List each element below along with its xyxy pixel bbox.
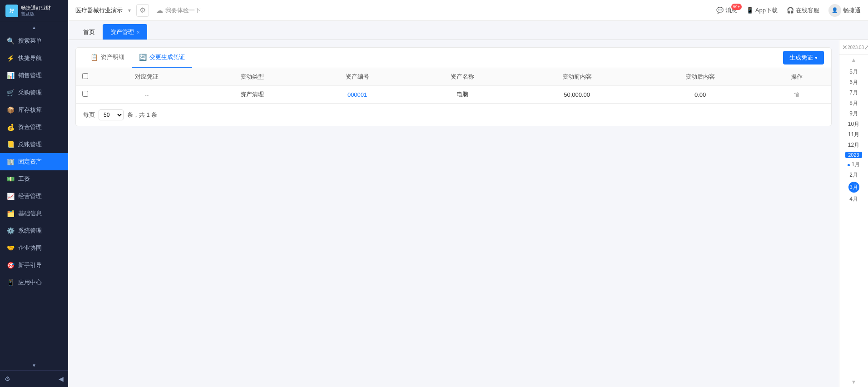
timeline-month-5月[interactable]: 5月 (839, 67, 868, 77)
timeline-month-8月[interactable]: 8月 (839, 98, 868, 109)
sidebar-item-search[interactable]: 🔍搜索菜单 (0, 32, 68, 50)
row-before-change: 50,000.00 (515, 86, 639, 104)
month-label: 7月 (849, 89, 858, 97)
sidebar-collapse-icon[interactable]: ◀ (59, 375, 64, 382)
sidebar-settings-icon[interactable]: ⚙ (5, 375, 10, 382)
timeline-date-label: 2023.03 (848, 45, 864, 50)
tab-asset-management[interactable]: 资产管理 × (103, 24, 147, 40)
sidebar-item-enterprise[interactable]: 🤝企业协同 (0, 239, 68, 257)
sidebar-label-ledger: 总账管理 (18, 140, 42, 149)
user-name: 畅捷通 (843, 6, 861, 15)
sub-tab-change-voucher[interactable]: 🔄 变更生成凭证 (132, 48, 192, 68)
row-asset-code: 000001 (305, 86, 410, 104)
timeline-month-3月[interactable]: 3月 (839, 180, 868, 194)
timeline-panel: ✕ 2023.03 ⤢ ▲ 5月6月7月8月9月10月11月12月20231月2… (839, 40, 868, 387)
sidebar-item-operations[interactable]: 📈经营管理 (0, 188, 68, 205)
sidebar-item-inventory[interactable]: 📦库存核算 (0, 101, 68, 119)
sub-tab-actions: 生成凭证 ▾ (783, 51, 824, 64)
sidebar: 好 畅捷通好业财 普及版 ▲ 🔍搜索菜单⚡快捷导航📊销售管理🛒采购管理📦库存核算… (0, 0, 68, 387)
main-content: 📋 资产明细 🔄 变更生成凭证 生成凭证 ▾ (68, 40, 839, 387)
month-label-active: 3月 (848, 182, 859, 193)
sub-tab-asset-detail[interactable]: 📋 资产明细 (83, 48, 132, 68)
timeline-month-7月[interactable]: 7月 (839, 88, 868, 98)
th-change-type: 变动类型 (199, 68, 305, 86)
timeline-header: ✕ 2023.03 ⤢ (839, 40, 868, 55)
app-center-icon: 📱 (6, 278, 15, 287)
search-icon: 🔍 (6, 37, 15, 45)
timeline-month-12月[interactable]: 12月 (839, 140, 868, 150)
sidebar-item-system[interactable]: ⚙️系统管理 (0, 222, 68, 239)
total-text: 条，共 1 条 (127, 111, 157, 119)
sidebar-scroll-up[interactable]: ▲ (0, 22, 68, 32)
sidebar-item-fixed-assets[interactable]: 🏢固定资产 (0, 153, 68, 170)
delete-icon[interactable]: 🗑 (794, 91, 800, 98)
company-chevron-icon[interactable]: ▾ (128, 7, 131, 14)
month-label: 11月 (848, 131, 859, 139)
timeline-year-node[interactable]: 2023 (839, 150, 868, 159)
sidebar-item-ledger[interactable]: 📒总账管理 (0, 136, 68, 153)
sidebar-item-payroll[interactable]: 💵工资 (0, 170, 68, 188)
sidebar-label-guide: 新手引导 (18, 261, 42, 269)
select-all-checkbox[interactable] (82, 73, 88, 79)
base-info-icon: 🗂️ (6, 209, 15, 218)
timeline-content: 5月6月7月8月9月10月11月12月20231月2月3月4月 (839, 65, 868, 377)
operations-icon: 📈 (6, 192, 15, 200)
sidebar-label-system: 系统管理 (18, 227, 42, 235)
sidebar-scroll-down[interactable]: ▼ (0, 360, 68, 370)
pagination: 每页 102050100 条，共 1 条 (76, 104, 831, 126)
table-header-row: 对应凭证 变动类型 资产编号 资产名称 变动前内容 变动后内容 操作 (76, 68, 831, 86)
row-change-type: 资产清理 (199, 86, 305, 104)
row-checkbox-cell (76, 86, 94, 104)
enterprise-icon: 🤝 (6, 244, 15, 252)
sidebar-item-quick-nav[interactable]: ⚡快捷导航 (0, 50, 68, 67)
generate-voucher-btn[interactable]: 生成凭证 ▾ (783, 51, 824, 64)
timeline-nav-down[interactable]: ▼ (839, 377, 868, 387)
sidebar-item-purchase[interactable]: 🛒采购管理 (0, 84, 68, 101)
customer-service-label: 在线客服 (796, 6, 819, 15)
month-label: 2月 (849, 171, 858, 179)
sidebar-item-app-center[interactable]: 📱应用中心 (0, 274, 68, 291)
change-voucher-label: 变更生成凭证 (149, 53, 185, 61)
timeline-month-4月[interactable]: 4月 (839, 194, 868, 204)
system-icon: ⚙️ (6, 227, 15, 235)
customer-service-icon: 🎧 (787, 7, 794, 14)
sidebar-item-finance[interactable]: 💰资金管理 (0, 119, 68, 136)
customer-service-btn[interactable]: 🎧 在线客服 (787, 6, 819, 15)
timeline-month-1月[interactable]: 1月 (839, 159, 868, 170)
generate-btn-arrow-icon: ▾ (815, 55, 818, 61)
sidebar-item-sales[interactable]: 📊销售管理 (0, 67, 68, 84)
topbar-gear-icon[interactable]: ⚙ (136, 4, 149, 17)
logo-icon: 好 (5, 5, 18, 17)
messages-btn[interactable]: 💬 消息 99+ (716, 6, 737, 15)
sidebar-item-base-info[interactable]: 🗂️基础信息 (0, 205, 68, 222)
year-badge: 2023 (845, 152, 862, 158)
timeline-month-6月[interactable]: 6月 (839, 77, 868, 88)
timeline-month-9月[interactable]: 9月 (839, 109, 868, 119)
tabbar: 首页 资产管理 × (68, 21, 868, 40)
main-area: 医疗器械行业演示 ▾ ⚙ ☁ 我要体验一下 💬 消息 99+ 📱 App下载 🎧… (68, 0, 868, 387)
logo-sub: 普及版 (21, 11, 51, 17)
row-after-change: 0.00 (639, 86, 762, 104)
month-label: 9月 (849, 110, 858, 118)
timeline-close-icon[interactable]: ✕ (842, 44, 848, 51)
row-checkbox[interactable] (82, 91, 88, 97)
sidebar-label-payroll: 工资 (18, 175, 30, 183)
experience-btn[interactable]: ☁ 我要体验一下 (156, 6, 201, 15)
per-page-select[interactable]: 102050100 (99, 109, 124, 120)
timeline-expand-icon[interactable]: ⤢ (864, 44, 868, 51)
app-download-btn[interactable]: 📱 App下载 (746, 6, 778, 15)
topbar-right: 💬 消息 99+ 📱 App下载 🎧 在线客服 👤 畅捷通 (716, 4, 861, 17)
timeline-month-10月[interactable]: 10月 (839, 119, 868, 129)
tab-close-icon[interactable]: × (137, 30, 139, 35)
content-area: 📋 资产明细 🔄 变更生成凭证 生成凭证 ▾ (68, 40, 868, 387)
finance-icon: 💰 (6, 123, 15, 131)
sidebar-label-search: 搜索菜单 (18, 37, 42, 45)
timeline-nav-up[interactable]: ▲ (839, 55, 868, 65)
timeline-month-2月[interactable]: 2月 (839, 170, 868, 180)
sidebar-label-fixed-assets: 固定资产 (18, 158, 42, 166)
sidebar-item-guide[interactable]: 🎯新手引导 (0, 257, 68, 274)
timeline-month-11月[interactable]: 11月 (839, 129, 868, 140)
user-menu-btn[interactable]: 👤 畅捷通 (828, 4, 861, 17)
purchase-icon: 🛒 (6, 89, 15, 97)
tab-home[interactable]: 首页 (75, 24, 103, 40)
